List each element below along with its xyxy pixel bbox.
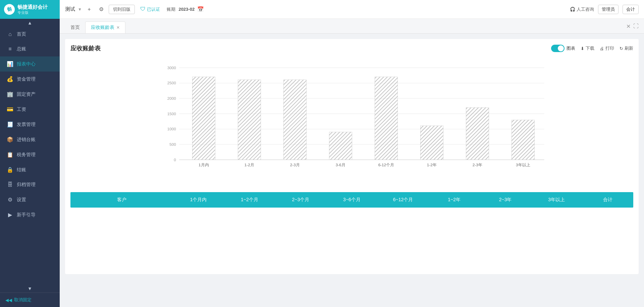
bar-2-3年 [466, 107, 489, 160]
sidebar-item-assets[interactable]: 🏢固定资产 [0, 87, 60, 102]
sidebar-label-payroll: 工资 [17, 106, 26, 113]
sidebar-label-reports: 报表中心 [17, 61, 36, 67]
scroll-up-btn[interactable]: ▲ [0, 19, 60, 27]
logo-icon: 畅 [4, 4, 15, 15]
sidebar-icon-reports: 📊 [7, 61, 13, 67]
sidebar: 畅 畅捷通好会计 专业版 ▲ ⌂首页≡总账📊报表中心💰资金管理🏢固定资产💳工资🧾… [0, 0, 60, 307]
sidebar-label-tax: 税务管理 [17, 152, 36, 158]
sidebar-label-ledger: 总账 [17, 46, 26, 52]
tab-ar-aging-close[interactable]: ✕ [116, 25, 120, 30]
scroll-down-btn[interactable]: ▼ [0, 284, 60, 293]
tab-ar-aging-label: 应收账龄表 [91, 25, 114, 31]
sidebar-icon-home: ⌂ [7, 31, 13, 37]
svg-text:1月内: 1月内 [199, 163, 209, 167]
svg-text:0: 0 [174, 158, 176, 162]
content-area: 应收账龄表 图表 ⬇ 下载 🖨 打印 [60, 34, 644, 307]
sidebar-item-invoice[interactable]: 🧾发票管理 [0, 117, 60, 132]
settings-btn[interactable]: ⚙ [97, 5, 106, 14]
sidebar-label-funds: 资金管理 [17, 76, 36, 82]
svg-text:3000: 3000 [167, 65, 176, 70]
module-dropdown-arrow[interactable]: ▼ [78, 7, 82, 12]
sidebar-logo: 畅 畅捷通好会计 专业版 [0, 0, 60, 19]
app-edition: 专业版 [17, 10, 48, 15]
tab-home-label: 首页 [70, 25, 80, 31]
table-header-cell-3: 2~3个月 [275, 192, 326, 208]
period-value: 2023-02 [178, 7, 195, 12]
topbar: 测试 ▼ + ⚙ 切到旧版 🛡 已认证 账期 2023-02 📅 🎧 人工咨询 … [60, 0, 644, 19]
table-header-cell-5: 6~12个月 [377, 192, 429, 208]
sidebar-icon-inventory: 📦 [7, 136, 13, 143]
page-header: 应收账龄表 图表 ⬇ 下载 🖨 打印 [70, 44, 633, 52]
topbar-right: 🎧 人工咨询 管理员 会计 [570, 5, 639, 14]
toggle-label: 图表 [567, 45, 575, 51]
app-name: 畅捷通好会计 [17, 4, 48, 10]
sidebar-item-settings[interactable]: ⚙设置 [0, 192, 60, 207]
expand-btn[interactable]: ⛶ [633, 23, 639, 29]
table-header: 客户1个月内1~2个月2~3个月3~6个月6~12个月1~2年2~3年3年以上合… [70, 192, 633, 208]
close-tab-btn[interactable]: ✕ [626, 23, 631, 29]
download-icon: ⬇ [581, 46, 584, 51]
page-actions: 图表 ⬇ 下载 🖨 打印 ↻ 刷新 [551, 45, 633, 52]
bar-3-6月 [329, 132, 352, 160]
chart-toggle-wrap: 图表 [551, 45, 575, 52]
svg-text:2000: 2000 [167, 96, 176, 100]
sidebar-item-tax[interactable]: 📋税务管理 [0, 147, 60, 162]
table-header-cell-7: 2~3年 [480, 192, 531, 208]
manager-btn[interactable]: 管理员 [598, 5, 619, 14]
table-header-cell-4: 3~6个月 [326, 192, 378, 208]
refresh-btn[interactable]: ↻ 刷新 [620, 45, 633, 51]
svg-text:500: 500 [169, 142, 176, 146]
sidebar-item-close[interactable]: 🔒结账 [0, 162, 60, 177]
period-label: 账期 2023-02 [167, 6, 195, 12]
table-header-cell-8: 3年以上 [531, 192, 582, 208]
switch-old-btn[interactable]: 切到旧版 [109, 5, 135, 14]
page-container: 应收账龄表 图表 ⬇ 下载 🖨 打印 [65, 39, 639, 274]
table-header-cell-1: 1个月内 [173, 192, 224, 208]
sidebar-label-settings: 设置 [17, 197, 26, 203]
tabbar-actions: ✕ ⛶ [626, 23, 639, 29]
tab-home[interactable]: 首页 [65, 22, 85, 33]
sidebar-item-guide[interactable]: ▶新手引导 [0, 207, 60, 222]
print-btn[interactable]: 🖨 打印 [600, 45, 614, 51]
svg-text:2500: 2500 [167, 81, 176, 85]
verified-label: 已认证 [147, 7, 160, 12]
shield-icon: 🛡 [140, 6, 146, 12]
add-btn[interactable]: + [85, 5, 94, 14]
accountant-btn[interactable]: 会计 [623, 5, 639, 14]
sidebar-icon-close: 🔒 [7, 167, 13, 173]
sidebar-item-payroll[interactable]: 💳工资 [0, 102, 60, 117]
sidebar-icon-tax: 📋 [7, 151, 13, 158]
sidebar-label-assets: 固定资产 [17, 91, 36, 97]
tabbar: 首页 应收账龄表 ✕ ✕ ⛶ [60, 19, 644, 34]
sidebar-label-invoice: 发票管理 [17, 122, 36, 128]
table-header-cell-2: 1~2个月 [224, 192, 275, 208]
tab-ar-aging[interactable]: 应收账龄表 ✕ [85, 21, 125, 33]
svg-text:2-3月: 2-3月 [290, 163, 300, 167]
bar-chart: 3000 2500 2000 1500 1000 500 0 1 [91, 64, 620, 179]
sidebar-icon-funds: 💰 [7, 76, 13, 82]
sidebar-nav: ⌂首页≡总账📊报表中心💰资金管理🏢固定资产💳工资🧾发票管理📦进销台账📋税务管理🔒… [0, 27, 60, 284]
svg-text:1000: 1000 [167, 127, 176, 131]
table-header-cell-9: 合计 [582, 192, 633, 208]
toggle-knob [558, 45, 564, 51]
sidebar-item-funds[interactable]: 💰资金管理 [0, 72, 60, 87]
consult-btn[interactable]: 🎧 人工咨询 [570, 6, 594, 12]
download-btn[interactable]: ⬇ 下载 [581, 45, 594, 51]
calendar-icon[interactable]: 📅 [197, 6, 204, 12]
svg-text:1-2年: 1-2年 [427, 163, 437, 167]
sidebar-item-archive[interactable]: 🗄归档管理 [0, 177, 60, 192]
svg-text:1-2月: 1-2月 [245, 163, 254, 167]
sidebar-icon-settings: ⚙ [7, 196, 13, 203]
bar-6-12个月 [375, 77, 397, 160]
cancel-fixed-btn[interactable]: ◀◀ 取消固定 [0, 293, 60, 307]
table-header-cell-6: 1~2年 [429, 192, 480, 208]
sidebar-icon-assets: 🏢 [7, 91, 13, 97]
sidebar-item-inventory[interactable]: 📦进销台账 [0, 132, 60, 147]
sidebar-item-home[interactable]: ⌂首页 [0, 27, 60, 42]
sidebar-label-close: 结账 [17, 167, 26, 173]
svg-text:3年以上: 3年以上 [516, 163, 530, 167]
chart-toggle[interactable] [551, 45, 565, 52]
sidebar-item-reports[interactable]: 📊报表中心 [0, 56, 60, 72]
sidebar-item-ledger[interactable]: ≡总账 [0, 42, 60, 56]
sidebar-label-home: 首页 [17, 31, 26, 37]
